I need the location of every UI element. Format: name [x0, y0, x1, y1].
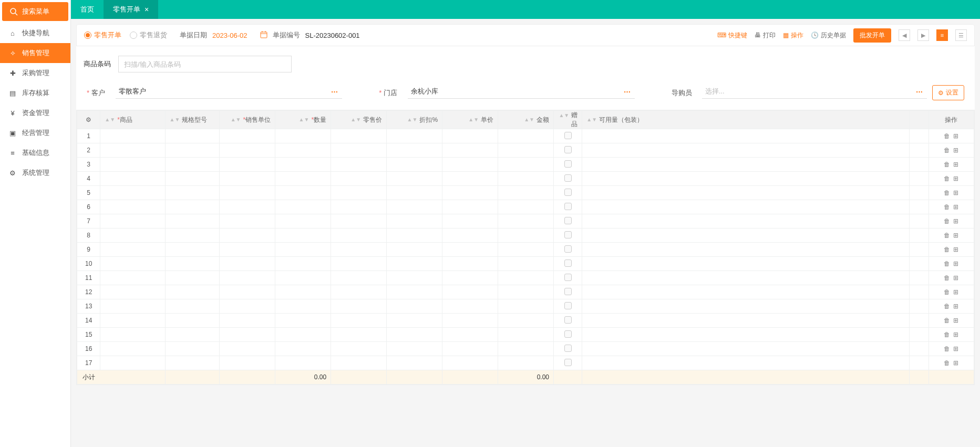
cell-retail-price[interactable]: [331, 356, 387, 370]
cell-gift[interactable]: [554, 228, 582, 243]
cell-discount[interactable]: [387, 356, 442, 370]
cell-retail-price[interactable]: [331, 228, 387, 243]
cell-retail-price[interactable]: [331, 200, 387, 214]
delete-icon[interactable]: 🗑: [944, 132, 950, 140]
cell-product[interactable]: [100, 257, 165, 271]
cell-product[interactable]: [100, 200, 165, 214]
delete-icon[interactable]: 🗑: [944, 274, 950, 282]
cell-discount[interactable]: [387, 271, 442, 285]
add-row-icon[interactable]: ⊞: [953, 189, 958, 196]
cell-product[interactable]: [100, 356, 165, 370]
tab-0[interactable]: 首页: [71, 0, 104, 19]
cell-unit[interactable]: [220, 186, 275, 200]
cell-unit-price[interactable]: [442, 143, 498, 158]
cell-gift[interactable]: [554, 200, 582, 214]
cell-unit[interactable]: [220, 299, 275, 314]
cell-retail-price[interactable]: [331, 158, 387, 172]
sidebar-item-6[interactable]: ≡基础信息: [0, 143, 70, 163]
doc-date-value[interactable]: 2023-06-02: [212, 32, 247, 39]
cell-qty[interactable]: [275, 342, 331, 356]
cell-amount[interactable]: [498, 228, 554, 243]
cell-discount[interactable]: [387, 285, 442, 299]
col-qty[interactable]: ▲▼*数量: [275, 111, 331, 129]
sidebar-item-4[interactable]: ¥资金管理: [0, 103, 70, 123]
cell-amount[interactable]: [498, 158, 554, 172]
delete-icon[interactable]: 🗑: [944, 331, 950, 338]
close-icon[interactable]: ×: [145, 5, 149, 14]
cell-spec[interactable]: [165, 299, 220, 314]
add-row-icon[interactable]: ⊞: [953, 203, 958, 211]
cell-amount[interactable]: [498, 356, 554, 370]
cell-spec[interactable]: [165, 257, 220, 271]
add-row-icon[interactable]: ⊞: [953, 303, 958, 310]
delete-icon[interactable]: 🗑: [944, 161, 950, 168]
cell-product[interactable]: [100, 243, 165, 257]
sidebar-item-0[interactable]: ⌂快捷导航: [0, 23, 70, 43]
next-button[interactable]: ▶: [917, 29, 929, 41]
cell-discount[interactable]: [387, 257, 442, 271]
checkbox-icon[interactable]: [564, 330, 572, 338]
col-product[interactable]: ▲▼*商品: [100, 111, 165, 129]
cell-spec[interactable]: [165, 186, 220, 200]
cell-amount[interactable]: [498, 314, 554, 328]
cell-gift[interactable]: [554, 299, 582, 314]
cell-unit[interactable]: [220, 243, 275, 257]
cell-discount[interactable]: [387, 228, 442, 243]
cell-spec[interactable]: [165, 328, 220, 342]
cell-unit-price[interactable]: [442, 129, 498, 143]
cell-product[interactable]: [100, 342, 165, 356]
table-row[interactable]: 17🗑⊞: [77, 356, 974, 370]
cell-product[interactable]: [100, 328, 165, 342]
cell-unit[interactable]: [220, 342, 275, 356]
batch-create-button[interactable]: 批发开单: [853, 28, 891, 43]
barcode-input[interactable]: [118, 56, 292, 72]
checkbox-icon[interactable]: [564, 245, 572, 253]
table-row[interactable]: 12🗑⊞: [77, 285, 974, 299]
cell-qty[interactable]: [275, 285, 331, 299]
sidebar-item-1[interactable]: ✧销售管理: [0, 43, 70, 63]
delete-icon[interactable]: 🗑: [944, 147, 950, 154]
table-row[interactable]: 10🗑⊞: [77, 257, 974, 271]
sidebar-item-2[interactable]: ✚采购管理: [0, 63, 70, 83]
cell-spec[interactable]: [165, 158, 220, 172]
cell-unit-price[interactable]: [442, 342, 498, 356]
cell-product[interactable]: [100, 129, 165, 143]
cell-unit-price[interactable]: [442, 158, 498, 172]
delete-icon[interactable]: 🗑: [944, 260, 950, 267]
cell-gift[interactable]: [554, 129, 582, 143]
col-gift[interactable]: ▲▼赠品: [554, 111, 582, 129]
cell-spec[interactable]: [165, 228, 220, 243]
cell-gift[interactable]: [554, 243, 582, 257]
add-row-icon[interactable]: ⊞: [953, 317, 958, 324]
cell-discount[interactable]: [387, 214, 442, 228]
col-retail-price[interactable]: ▲▼零售价: [331, 111, 387, 129]
delete-icon[interactable]: 🗑: [944, 203, 950, 211]
cell-unit-price[interactable]: [442, 314, 498, 328]
checkbox-icon[interactable]: [564, 174, 572, 182]
cell-unit-price[interactable]: [442, 328, 498, 342]
cell-spec[interactable]: [165, 129, 220, 143]
checkbox-icon[interactable]: [564, 288, 572, 295]
cell-gift[interactable]: [554, 356, 582, 370]
col-gear[interactable]: ⚙: [77, 111, 100, 129]
cell-unit[interactable]: [220, 214, 275, 228]
cell-discount[interactable]: [387, 299, 442, 314]
cell-retail-price[interactable]: [331, 342, 387, 356]
delete-icon[interactable]: 🗑: [944, 189, 950, 196]
checkbox-icon[interactable]: [564, 132, 572, 139]
cell-gift[interactable]: [554, 158, 582, 172]
checkbox-icon[interactable]: [564, 203, 572, 210]
cell-product[interactable]: [100, 172, 165, 186]
cell-unit[interactable]: [220, 143, 275, 158]
checkbox-icon[interactable]: [564, 274, 572, 281]
table-row[interactable]: 14🗑⊞: [77, 314, 974, 328]
col-amount[interactable]: ▲▼金额: [498, 111, 554, 129]
table-row[interactable]: 15🗑⊞: [77, 328, 974, 342]
cell-qty[interactable]: [275, 328, 331, 342]
add-row-icon[interactable]: ⊞: [953, 274, 958, 282]
customer-select[interactable]: 零散客户 ⋯: [116, 87, 342, 99]
cell-unit-price[interactable]: [442, 299, 498, 314]
table-row[interactable]: 2🗑⊞: [77, 143, 974, 158]
tree-view-button[interactable]: ☰: [955, 29, 967, 41]
cell-qty[interactable]: [275, 257, 331, 271]
